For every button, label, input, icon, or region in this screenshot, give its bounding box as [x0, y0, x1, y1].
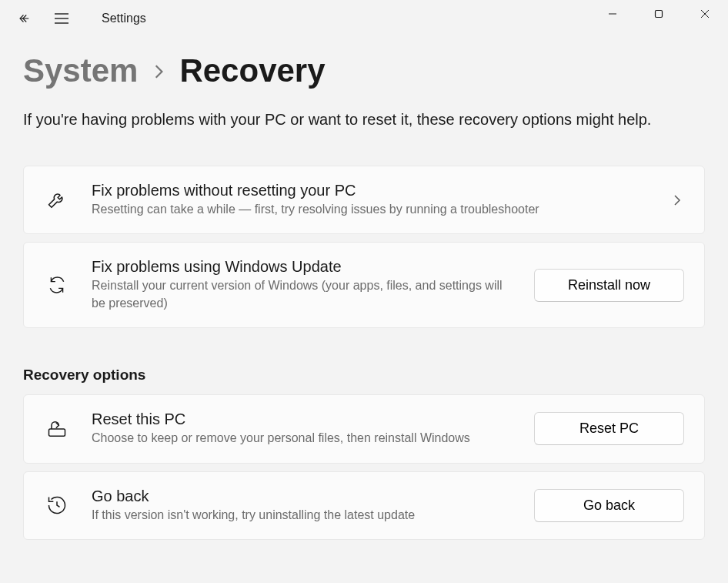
card-action: Reset PC — [534, 412, 684, 445]
reset-pc-icon — [44, 416, 70, 442]
card-subtitle: Resetting can take a while — first, try … — [92, 201, 649, 218]
window-controls — [589, 0, 728, 28]
svg-rect-7 — [49, 429, 65, 436]
section-header-recovery-options: Recovery options — [23, 367, 705, 384]
history-icon — [44, 492, 70, 518]
breadcrumb: System Recovery — [23, 52, 705, 89]
back-button[interactable] — [6, 0, 43, 37]
wrench-icon — [44, 187, 70, 213]
breadcrumb-current: Recovery — [179, 52, 325, 89]
card-title: Go back — [92, 488, 513, 505]
card-subtitle: If this version isn't working, try unins… — [92, 507, 513, 524]
card-body: Fix problems without resetting your PC R… — [92, 182, 649, 218]
card-body: Reset this PC Choose to keep or remove y… — [92, 410, 513, 447]
card-go-back: Go back If this version isn't working, t… — [23, 471, 705, 540]
card-action: Reinstall now — [534, 269, 684, 302]
app-title: Settings — [102, 12, 146, 25]
titlebar: Settings — [0, 0, 728, 37]
sync-icon — [44, 272, 70, 298]
reinstall-now-button[interactable]: Reinstall now — [534, 269, 684, 302]
close-icon — [700, 9, 710, 18]
svg-rect-4 — [656, 11, 663, 18]
card-title: Reset this PC — [92, 410, 513, 428]
card-subtitle: Choose to keep or remove your personal f… — [92, 430, 513, 447]
close-button[interactable] — [682, 0, 728, 28]
card-title: Fix problems using Windows Update — [92, 258, 513, 276]
card-body: Fix problems using Windows Update Reinst… — [92, 258, 513, 312]
minimize-button[interactable] — [589, 0, 636, 28]
minimize-icon — [608, 9, 617, 18]
back-arrow-icon — [18, 12, 32, 25]
card-title: Fix problems without resetting your PC — [92, 182, 649, 199]
page-description: If you're having problems with your PC o… — [23, 111, 705, 129]
menu-button[interactable] — [43, 0, 80, 37]
maximize-icon — [654, 9, 663, 18]
card-subtitle: Reinstall your current version of Window… — [92, 277, 513, 312]
content-area: System Recovery If you're having problem… — [0, 37, 728, 540]
card-windows-update: Fix problems using Windows Update Reinst… — [23, 242, 705, 328]
card-reset-pc: Reset this PC Choose to keep or remove y… — [23, 394, 705, 463]
reset-pc-button[interactable]: Reset PC — [534, 412, 684, 445]
chevron-right-icon — [670, 194, 684, 206]
chevron-right-icon — [153, 63, 164, 80]
go-back-button[interactable]: Go back — [534, 489, 684, 522]
maximize-button[interactable] — [636, 0, 682, 28]
breadcrumb-parent[interactable]: System — [23, 52, 138, 89]
card-troubleshoot[interactable]: Fix problems without resetting your PC R… — [23, 166, 705, 234]
card-action: Go back — [534, 489, 684, 522]
titlebar-left: Settings — [6, 0, 146, 37]
hamburger-icon — [55, 13, 68, 24]
card-body: Go back If this version isn't working, t… — [92, 488, 513, 524]
